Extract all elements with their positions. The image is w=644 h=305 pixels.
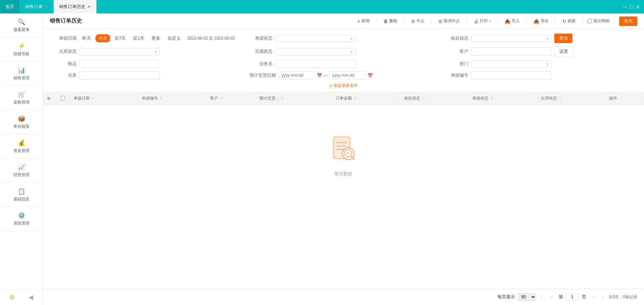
- sidebar-item-finance[interactable]: 💰 资金管理: [0, 135, 43, 159]
- tab-sales-order-history[interactable]: 销售订单历史 ✕: [54, 0, 96, 13]
- print-button[interactable]: 🖨 打印 ▾: [472, 17, 493, 25]
- th-bill-date-sort-icon[interactable]: ⇅: [91, 97, 94, 100]
- show-detail-checkbox[interactable]: [588, 19, 592, 23]
- payment-status-select[interactable]: ∨: [471, 35, 552, 42]
- refresh-button[interactable]: ↻ 刷新: [560, 17, 578, 25]
- empty-text: 暂无数据: [335, 171, 352, 177]
- th-payment-status-sort-icon[interactable]: ⇅: [422, 97, 425, 100]
- payment-status-label: 收款状态: [441, 35, 468, 41]
- th-bill-date[interactable]: 单据日期 ⇅: [69, 92, 137, 105]
- sidebar-item-sales-mgmt[interactable]: 📊 销售管理: [0, 62, 43, 86]
- out-status-select[interactable]: ∨: [79, 48, 160, 55]
- window-min-btn[interactable]: ─: [623, 4, 627, 10]
- th-order-amount-sort-icon[interactable]: ⇅: [354, 97, 356, 100]
- date-btn-1month[interactable]: 近1月: [130, 34, 147, 42]
- sidebar-item-inventory[interactable]: 📦 库存核算: [0, 110, 43, 135]
- table-header-row: ⚙ 单据日期 ⇅ 单据编号 ⇅: [43, 92, 644, 105]
- calendar-from-icon[interactable]: 📅: [317, 73, 322, 78]
- tab-sales-order-close[interactable]: ✕: [45, 4, 48, 9]
- sidebar-item-purchase-mgmt[interactable]: 🛒 采购管理: [0, 86, 43, 110]
- query-button-2[interactable]: 查询: [554, 34, 572, 43]
- main-layout: 🔍 搜索菜单 ⚡ 快捷导航 📊 销售管理 🛒 采购管理 📦 库存核算 💰 资金管…: [0, 13, 644, 305]
- th-order-amount[interactable]: 订单金额 ⇅: [332, 92, 400, 105]
- filter-complete-status-group: 完成状态 ∨: [246, 46, 441, 56]
- th-bill-no-sort-icon[interactable]: ⇅: [160, 97, 162, 100]
- delete-button[interactable]: 🗑 删除: [381, 17, 399, 25]
- per-page-label: 每页显示: [498, 294, 515, 300]
- dept-select[interactable]: ∨: [471, 61, 552, 68]
- th-check[interactable]: [56, 92, 69, 105]
- window-max-btn[interactable]: □: [630, 4, 633, 10]
- filter-area: 单据日期 昨天 今天 近7天 近1月 更多 自定义 2023-06-02 至 2…: [43, 29, 644, 92]
- sidebar-item-search-menu[interactable]: 🔍 搜索菜单: [0, 13, 43, 38]
- page-input[interactable]: [566, 293, 579, 301]
- th-customer[interactable]: 客户 ⇅: [206, 92, 255, 105]
- th-delivery-date-sort-icon[interactable]: ⇅: [281, 97, 284, 100]
- th-bill-no[interactable]: 单据编号 ⇅: [137, 92, 206, 105]
- export-button[interactable]: 📤 导出: [531, 17, 551, 25]
- tab-sales-order-history-label: 销售订单历史: [59, 4, 85, 10]
- th-bill-status-sort-icon[interactable]: ⇅: [490, 97, 493, 100]
- select-all-checkbox[interactable]: [61, 96, 65, 100]
- sidebar-item-quick-nav[interactable]: ⚡ 快捷导航: [0, 38, 43, 62]
- customer-dots[interactable]: …: [474, 49, 478, 54]
- sidebar-collapse-icon[interactable]: ◀: [29, 294, 33, 301]
- th-out-status-sort-icon[interactable]: ⇅: [559, 97, 561, 100]
- th-payment-status[interactable]: 收款状态 ⇅: [400, 92, 468, 105]
- cancel-stop-button[interactable]: ⊘ 取消中止: [436, 17, 462, 25]
- warehouse-dots[interactable]: …: [82, 73, 86, 78]
- filter-dept-group: 部门 ∨: [441, 60, 637, 68]
- th-delivery-date[interactable]: 预计交货... ⇅: [255, 92, 332, 105]
- date-btn-today[interactable]: 今天: [95, 34, 110, 42]
- delivery-date-from[interactable]: [278, 71, 315, 79]
- prev-page-btn[interactable]: ＜: [547, 293, 556, 301]
- customer-input[interactable]: …: [471, 47, 552, 55]
- tab-sales-order[interactable]: 销售订单 ✕: [20, 0, 54, 13]
- sidebar-item-basic-info[interactable]: 📋 基础信息: [0, 183, 43, 207]
- date-btn-7days[interactable]: 近7天: [112, 34, 129, 42]
- tab-sales-order-history-close[interactable]: ✕: [87, 4, 91, 9]
- page-title: 销售订单历史: [50, 17, 82, 25]
- sidebar-settings-icon[interactable]: ⚙: [9, 294, 15, 301]
- next-page-btn[interactable]: ＞: [589, 293, 598, 301]
- tab-home[interactable]: 首页: [0, 0, 20, 13]
- new-icon: +: [357, 18, 360, 24]
- query-button[interactable]: 查询: [619, 16, 637, 26]
- first-page-btn[interactable]: ⟨: [539, 294, 545, 300]
- sidebar-item-operations[interactable]: 📈 经营管理: [0, 159, 43, 183]
- delivery-date-to[interactable]: [329, 71, 366, 79]
- settings-gear-icon[interactable]: ⚙: [47, 96, 51, 101]
- collapse-bar[interactable]: ∧ 收起更多条件: [50, 81, 637, 90]
- payment-status-arrow-icon: ∨: [546, 37, 549, 40]
- salesperson-dots[interactable]: …: [278, 62, 282, 66]
- sidebar-item-system-mgmt[interactable]: ⚙️ 系统管理: [0, 207, 43, 231]
- th-settings[interactable]: ⚙: [43, 92, 56, 105]
- goods-input[interactable]: …: [79, 60, 160, 68]
- per-page-select[interactable]: 50 10 20 100: [518, 293, 536, 301]
- show-detail-control[interactable]: 显示明细: [588, 18, 609, 24]
- salesperson-input[interactable]: …: [275, 60, 356, 68]
- settings-button[interactable]: 设置: [554, 46, 573, 56]
- stop-button[interactable]: ⊘ 中止: [409, 17, 427, 25]
- bill-status-select[interactable]: ∨: [275, 35, 356, 42]
- divider-2: [404, 18, 404, 24]
- date-btn-custom[interactable]: 自定义: [165, 34, 184, 42]
- new-button[interactable]: + 新增: [355, 17, 372, 25]
- calendar-to-icon[interactable]: 📅: [368, 73, 373, 78]
- operations-icon: 📈: [18, 163, 25, 171]
- sidebar-item-inventory-label: 库存核算: [13, 124, 30, 129]
- goods-dots[interactable]: …: [82, 62, 86, 66]
- th-bill-status[interactable]: 单据状态 ⇅: [468, 92, 536, 105]
- date-btn-more[interactable]: 更多: [148, 34, 163, 42]
- basic-info-icon: 📋: [18, 188, 25, 195]
- warehouse-input[interactable]: …: [79, 71, 160, 79]
- th-customer-sort-icon[interactable]: ⇅: [220, 97, 223, 100]
- last-page-btn[interactable]: ⟩: [600, 294, 606, 300]
- bill-no-input[interactable]: [471, 71, 552, 79]
- window-close-btn[interactable]: ✕: [636, 4, 640, 10]
- complete-status-select[interactable]: ∨: [275, 48, 356, 55]
- import-button[interactable]: 📥 导入: [503, 17, 522, 25]
- date-btn-yesterday[interactable]: 昨天: [79, 34, 94, 42]
- th-out-status[interactable]: 出库状态 ⇅: [536, 92, 605, 105]
- th-bill-no-label: 单据编号: [142, 96, 158, 101]
